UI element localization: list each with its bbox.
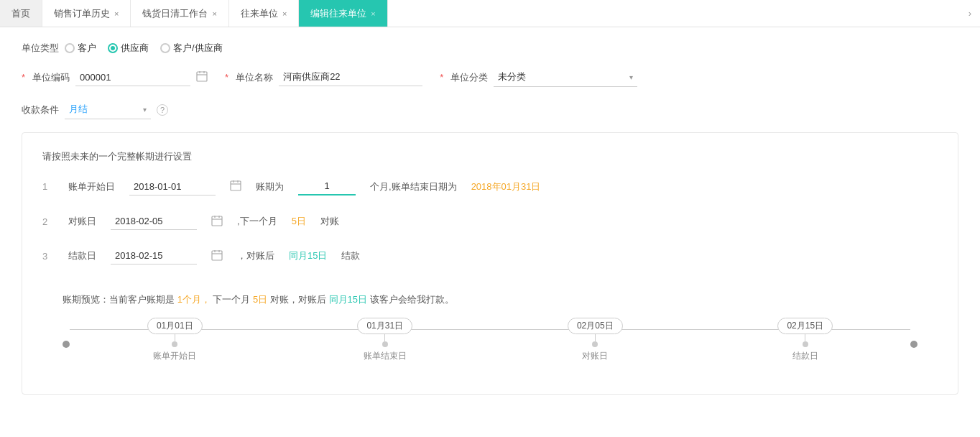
step-1-period-prefix: 账期为 xyxy=(256,180,284,193)
payment-terms-row: 收款条件 月结 ▾ ? xyxy=(22,100,958,119)
unit-type-label: 单位类型 xyxy=(22,42,59,55)
timeline-label-1: 账单开始日 xyxy=(153,350,196,362)
timeline-badge-1: 01月01日 xyxy=(147,318,203,334)
tab-home[interactable]: 首页 xyxy=(0,0,42,27)
radio-both-label: 客户/供应商 xyxy=(173,42,223,55)
radio-both-circle xyxy=(160,43,170,53)
unit-class-label: 单位分类 xyxy=(450,71,488,84)
unit-code-icon[interactable] xyxy=(196,70,208,84)
step-2-cal-icon[interactable] xyxy=(211,215,223,229)
timeline-start-dot xyxy=(63,341,70,348)
tab-edit-partner-label: 编辑往来单位 xyxy=(310,7,366,20)
tab-cashflow-close[interactable]: × xyxy=(212,9,216,18)
svg-rect-4 xyxy=(231,181,241,190)
unit-class-value: 未分类 xyxy=(498,70,627,83)
step-2-row: 2 对账日 ,下一个月 5日 对账 xyxy=(42,213,938,230)
unit-name-label: 单位名称 xyxy=(236,71,273,84)
unit-class-select[interactable]: 未分类 ▾ xyxy=(494,68,637,87)
section-box: 请按照未来的一个完整帐期进行设置 1 账单开始日 账期为 个月,账单结束日期为 … xyxy=(22,132,958,395)
timeline-label-4: 结款日 xyxy=(792,350,818,362)
step-3-prefix: ，对账后 xyxy=(237,249,274,262)
step-3-number: 3 xyxy=(42,251,54,262)
timeline-badge-2: 01月31日 xyxy=(357,318,412,334)
unit-class-group: * 单位分类 未分类 ▾ xyxy=(440,68,637,87)
timeline-badge-3: 02月05日 xyxy=(568,318,623,334)
radio-supplier-label: 供应商 xyxy=(121,42,149,55)
step-1-number: 1 xyxy=(42,181,54,192)
tab-edit-partner[interactable]: 编辑往来单位 × xyxy=(299,0,387,27)
preview-period: 1个月， xyxy=(177,294,211,305)
step-2-date-input[interactable] xyxy=(111,213,197,230)
tab-cashflow-label: 钱货日清工作台 xyxy=(142,7,208,20)
help-icon[interactable]: ? xyxy=(157,104,168,116)
payment-terms-select[interactable]: 月结 ▾ xyxy=(65,100,151,119)
preview-mid: 下一个月 xyxy=(213,294,250,305)
step-3-cal-icon[interactable] xyxy=(211,249,223,263)
step-3-date-input[interactable] xyxy=(111,247,197,264)
step-1-period-end: 2018年01月31日 xyxy=(471,180,541,193)
preview-end: 该客户会给我打款。 xyxy=(370,294,454,305)
radio-supplier-circle xyxy=(108,43,118,53)
step-1-period-unit: 个月,账单结束日期为 xyxy=(370,180,457,193)
step-1-label: 账单开始日 xyxy=(68,180,115,193)
tab-partner[interactable]: 往来单位 × xyxy=(229,0,299,27)
step-2-day: 5日 xyxy=(292,215,306,228)
payment-terms-group: 收款条件 月结 ▾ ? xyxy=(22,100,168,119)
tab-home-label: 首页 xyxy=(11,7,30,20)
tab-cashflow[interactable]: 钱货日清工作台 × xyxy=(131,0,228,27)
main-content: 单位类型 客户 供应商 客户/供应商 * 单位编码 xyxy=(0,27,980,437)
tab-sales-history[interactable]: 销售订单历史 × xyxy=(42,0,131,27)
timeline-badge-4: 02月15日 xyxy=(777,318,833,334)
step-3-label: 结款日 xyxy=(68,249,96,262)
timeline-label-2: 账单结束日 xyxy=(364,350,407,362)
radio-supplier[interactable]: 供应商 xyxy=(108,42,149,55)
unit-name-group: * 单位名称 xyxy=(225,69,422,86)
radio-group: 客户 供应商 客户/供应商 xyxy=(65,42,223,55)
step-2-label: 对账日 xyxy=(68,215,96,228)
unit-code-group: * 单位编码 xyxy=(22,69,208,86)
step-3-suffix: 结款 xyxy=(341,249,360,262)
timeline-node-2: 01月31日 账单结束日 xyxy=(357,318,412,362)
step-1-date-input[interactable] xyxy=(129,178,216,196)
unit-name-star: * xyxy=(225,72,228,83)
timeline-section: 01月01日 账单开始日 01月31日 账单结束日 02月05日 xyxy=(42,318,938,377)
unit-class-chevron: ▾ xyxy=(629,73,633,81)
payment-terms-chevron: ▾ xyxy=(143,106,147,114)
timeline-node-1: 01月01日 账单开始日 xyxy=(147,318,203,362)
step-1-row: 1 账单开始日 账期为 个月,账单结束日期为 2018年01月31日 xyxy=(42,178,938,196)
unit-code-star: * xyxy=(22,72,25,83)
timeline-node-4: 02月15日 结款日 xyxy=(777,318,833,362)
unit-info-row: * 单位编码 * 单位名称 * 单位分类 未分类 ▾ xyxy=(22,68,958,87)
preview-pay: 同月15日 xyxy=(329,294,367,305)
radio-customer[interactable]: 客户 xyxy=(65,42,96,55)
preview-prefix: 账期预览：当前客户账期是 xyxy=(63,294,175,305)
tab-sales-history-close[interactable]: × xyxy=(114,9,119,18)
tab-partner-label: 往来单位 xyxy=(241,7,278,20)
tab-partner-close[interactable]: × xyxy=(282,9,287,18)
tab-sales-history-label: 销售订单历史 xyxy=(54,7,110,20)
step-2-prefix: ,下一个月 xyxy=(237,215,277,228)
unit-name-input[interactable] xyxy=(279,69,422,86)
radio-customer-label: 客户 xyxy=(78,42,96,55)
timeline-label-3: 对账日 xyxy=(582,350,608,362)
step-3-row: 3 结款日 ，对账后 同月15日 结款 xyxy=(42,247,938,264)
svg-rect-12 xyxy=(212,251,222,260)
preview-day: 5日 xyxy=(253,294,267,305)
radio-both[interactable]: 客户/供应商 xyxy=(160,42,223,55)
unit-code-label: 单位编码 xyxy=(32,71,70,84)
unit-type-group: 单位类型 客户 供应商 客户/供应商 xyxy=(22,42,223,55)
step-2-number: 2 xyxy=(42,216,54,227)
tab-more-button[interactable]: › xyxy=(960,0,980,27)
unit-code-input[interactable] xyxy=(75,69,190,86)
step-3-day: 同月15日 xyxy=(289,249,327,262)
tab-bar: 首页 销售订单历史 × 钱货日清工作台 × 往来单位 × 编辑往来单位 × › xyxy=(0,0,980,27)
step-1-period-input[interactable] xyxy=(298,178,356,196)
timeline-end-dot xyxy=(910,341,917,348)
step-1-cal-icon[interactable] xyxy=(230,180,241,193)
tab-edit-partner-close[interactable]: × xyxy=(371,9,375,18)
unit-type-row: 单位类型 客户 供应商 客户/供应商 xyxy=(22,42,958,55)
radio-customer-circle xyxy=(65,43,75,53)
preview-after: 对账，对账后 xyxy=(270,294,326,305)
payment-terms-label: 收款条件 xyxy=(22,104,59,116)
step-2-suffix: 对账 xyxy=(320,215,339,228)
